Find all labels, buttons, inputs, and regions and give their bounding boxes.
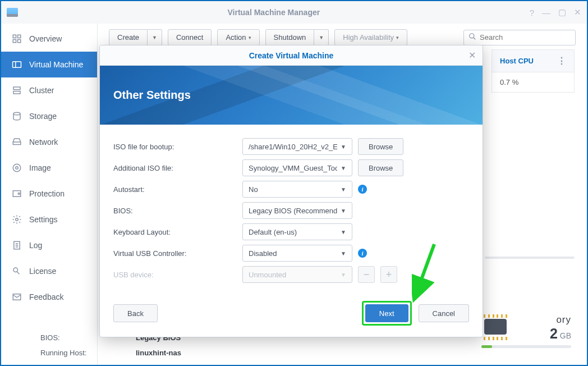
svg-point-8 <box>13 112 20 115</box>
sidebar-item-label: Cluster <box>29 86 54 95</box>
caret-down-icon: ▼ <box>341 250 346 257</box>
close-icon[interactable]: ✕ <box>574 7 581 17</box>
toolbar: Create ▼ Connect Action▾ Shutdown ▼ High… <box>109 29 576 45</box>
sidebar-item-label: Log <box>29 241 42 250</box>
annotation-highlight: Next <box>362 301 412 326</box>
svg-point-13 <box>18 193 20 195</box>
svg-point-21 <box>470 33 474 38</box>
create-vm-modal: Create Virtual Machine ✕ Other Settings … <box>99 45 483 337</box>
info-icon[interactable]: i <box>358 249 367 258</box>
sidebar-item-label: Overview <box>29 34 62 43</box>
vm-icon <box>11 60 22 70</box>
memory-unit: GB <box>558 331 571 340</box>
svg-point-14 <box>16 218 19 221</box>
overview-icon <box>11 34 22 44</box>
caret-down-icon: ▾ <box>396 35 399 40</box>
svg-rect-3 <box>18 40 21 43</box>
label-usb-device: USB device: <box>113 271 242 279</box>
log-icon <box>11 240 22 250</box>
column-menu-icon[interactable]: ⋮ <box>557 56 566 66</box>
browse-iso-button[interactable]: Browse <box>358 138 403 155</box>
svg-point-10 <box>13 164 21 172</box>
divider <box>485 257 575 259</box>
memory-bar <box>481 345 571 348</box>
sidebar-item-protection[interactable]: Protection <box>1 181 97 207</box>
create-dropdown[interactable]: ▼ <box>148 29 162 45</box>
search-input[interactable] <box>480 33 574 42</box>
svg-rect-4 <box>13 62 21 68</box>
sidebar-item-overview[interactable]: Overview <box>1 26 97 52</box>
next-button[interactable]: Next <box>365 304 408 322</box>
svg-rect-2 <box>13 40 16 43</box>
cancel-button[interactable]: Cancel <box>419 304 469 322</box>
browse-additional-iso-button[interactable]: Browse <box>358 159 403 176</box>
create-button[interactable]: Create <box>109 29 148 45</box>
select-additional-iso[interactable]: Synology_VMM_Guest_Tool▼ <box>242 159 352 176</box>
select-usb-controller[interactable]: Disabled▼ <box>242 245 352 262</box>
host-cpu-value: 0.7 % <box>491 72 575 93</box>
svg-rect-1 <box>18 35 21 38</box>
sidebar-item-label: Protection <box>29 189 65 198</box>
label-keyboard: Keyboard Layout: <box>113 228 242 236</box>
label-bios: BIOS: <box>113 207 242 215</box>
sidebar-item-virtual-machine[interactable]: Virtual Machine <box>1 52 97 77</box>
image-icon <box>11 163 22 173</box>
sidebar-item-image[interactable]: Image <box>1 155 97 181</box>
feedback-icon <box>11 292 22 302</box>
label-autostart: Autostart: <box>113 185 242 194</box>
caret-down-icon: ▼ <box>152 35 157 40</box>
select-usb-device: Unmounted▼ <box>242 266 352 283</box>
protection-icon <box>11 189 22 199</box>
select-autostart[interactable]: No▼ <box>242 181 352 198</box>
sidebar-item-cluster[interactable]: Cluster <box>1 77 97 103</box>
sidebar-item-label: License <box>29 267 56 276</box>
sidebar-item-network[interactable]: Network <box>1 129 97 155</box>
back-button[interactable]: Back <box>113 304 158 322</box>
svg-rect-0 <box>13 35 16 38</box>
memory-title: ory <box>481 314 571 326</box>
sidebar-item-license[interactable]: License <box>1 258 97 284</box>
shutdown-button[interactable]: Shutdown <box>265 29 315 45</box>
sidebar-item-label: Storage <box>29 112 57 121</box>
sidebar-item-label: Image <box>29 163 51 172</box>
label-usb-controller: Virtual USB Controller: <box>113 249 242 258</box>
select-keyboard[interactable]: Default (en-us)▼ <box>242 223 352 240</box>
column-header-host-cpu[interactable]: Host CPU ⋮ <box>491 49 575 72</box>
action-button[interactable]: Action▾ <box>217 29 259 45</box>
modal-title: Create Virtual Machine <box>249 51 334 60</box>
sidebar-item-feedback[interactable]: Feedback <box>1 284 97 310</box>
modal-footer: Back Next Cancel <box>100 293 483 337</box>
select-iso-bootup[interactable]: /share1/Win10_20H2_v2_English_x64.iso▼ <box>242 138 352 155</box>
minimize-icon[interactable]: — <box>542 8 550 17</box>
caret-down-icon: ▼ <box>341 144 346 150</box>
ha-button[interactable]: High Availability▾ <box>334 29 407 45</box>
modal-titlebar: Create Virtual Machine ✕ <box>100 45 483 66</box>
modal-hero: Other Settings <box>100 66 483 125</box>
svg-point-11 <box>16 167 19 170</box>
connect-button[interactable]: Connect <box>168 29 212 45</box>
app-icon <box>7 8 18 17</box>
info-icon[interactable]: i <box>358 185 367 194</box>
caret-down-icon: ▼ <box>341 229 346 235</box>
search-box[interactable] <box>463 30 576 45</box>
sidebar-item-label: Network <box>29 138 58 147</box>
add-usb-button[interactable]: + <box>380 266 397 283</box>
caret-down-icon: ▼ <box>341 272 346 278</box>
sidebar-item-settings[interactable]: Settings <box>1 207 97 232</box>
maximize-icon[interactable]: ▢ <box>558 7 566 17</box>
search-icon <box>468 33 476 43</box>
caret-down-icon: ▼ <box>341 186 346 193</box>
caret-down-icon: ▼ <box>319 35 324 40</box>
caret-down-icon: ▼ <box>341 208 346 214</box>
help-icon[interactable]: ? <box>530 8 534 17</box>
detail-value-host: linuxhint-nas <box>136 349 181 357</box>
modal-hero-title: Other Settings <box>113 89 191 102</box>
memory-value: 2 <box>550 326 558 341</box>
remove-usb-button[interactable]: − <box>358 266 375 283</box>
label-additional-iso: Additional ISO file: <box>113 164 242 172</box>
shutdown-dropdown[interactable]: ▼ <box>314 29 329 45</box>
sidebar-item-log[interactable]: Log <box>1 232 97 258</box>
select-bios[interactable]: Legacy BIOS (Recommended)▼ <box>242 202 352 219</box>
sidebar-item-storage[interactable]: Storage <box>1 103 97 129</box>
modal-close-icon[interactable]: ✕ <box>468 50 476 61</box>
